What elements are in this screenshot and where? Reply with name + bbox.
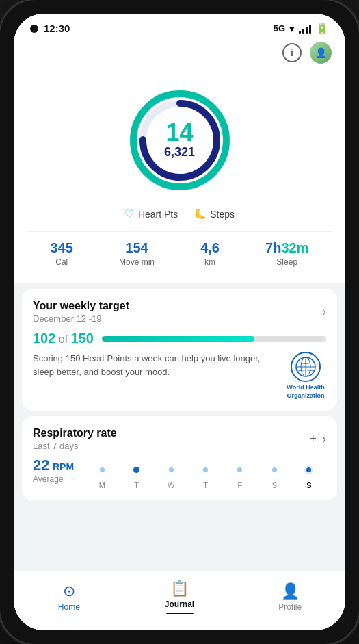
home-label: Home: [58, 602, 80, 612]
dot-chart-container: M T W T F S S: [85, 461, 326, 489]
move-label: Move min: [119, 257, 155, 267]
day-t1: T: [119, 481, 153, 489]
heart-pts-value: 14: [164, 120, 195, 145]
status-right: 5G ▾ 🔋: [274, 22, 329, 35]
card-title: Your weekly target: [33, 300, 129, 312]
bottom-nav: ⊙ Home 📋 Journal 👤 Profile: [14, 571, 345, 630]
resp-avg-label: Average: [33, 474, 74, 484]
journal-label: Journal: [165, 600, 194, 609]
dot-col-m: [85, 467, 119, 472]
who-label: World Health Organization: [285, 384, 326, 400]
day-s2: S: [292, 481, 326, 489]
resp-value-row: 22 RPM: [33, 456, 74, 474]
resp-actions: + ›: [309, 432, 326, 446]
resp-body: 22 RPM Average: [33, 451, 326, 489]
add-icon[interactable]: +: [309, 432, 317, 446]
battery-icon: 🔋: [315, 22, 329, 35]
card-header: Your weekly target December 12 -19 ›: [33, 300, 326, 324]
dot-m: [100, 467, 105, 472]
calories-value: 345: [51, 240, 73, 256]
dot-col-s2: [292, 467, 326, 472]
phone-screen: 12:30 5G ▾ 🔋 i: [14, 14, 345, 630]
sleep-hours: 7h: [265, 240, 281, 255]
nav-profile[interactable]: 👤 Profile: [235, 580, 345, 615]
target-description: Scoring 150 Heart Points a week can help…: [33, 352, 277, 378]
journal-icon: 📋: [170, 580, 189, 597]
who-svg: [295, 356, 317, 378]
resp-title-block: Respiratory rate Last 7 days: [33, 427, 117, 451]
day-s1: S: [257, 481, 291, 489]
phone-shell: 12:30 5G ▾ 🔋 i: [0, 0, 359, 644]
wifi-icon: ▾: [289, 23, 295, 35]
calories-stat: 345 Cal: [51, 240, 73, 267]
avatar[interactable]: 👤: [310, 42, 332, 64]
sleep-stat: 7h32m Sleep: [265, 240, 308, 267]
card-title-block: Your weekly target December 12 -19: [33, 300, 129, 324]
sleep-minutes: 32m: [281, 240, 308, 255]
day-t2: T: [188, 481, 222, 489]
weekly-target-card[interactable]: Your weekly target December 12 -19 › 102…: [22, 289, 337, 411]
dot-t2: [203, 467, 208, 472]
target-description-row: Scoring 150 Heart Points a week can help…: [33, 352, 326, 400]
day-m: M: [85, 481, 119, 489]
ring-legend: ♡ Heart Pts 🦶 Steps: [124, 207, 235, 220]
stats-row: 345 Cal 154 Move min 4,6 km 7h32m: [27, 231, 332, 270]
dot-s2: [306, 467, 311, 472]
resp-title: Respiratory rate: [33, 427, 117, 439]
ring-center: 14 6,321: [164, 120, 195, 160]
chevron-right-icon[interactable]: ›: [322, 432, 326, 446]
progress-bar-bg: [102, 336, 326, 342]
dot-col-w: [154, 467, 188, 472]
calories-label: Cal: [55, 257, 68, 267]
dot-col-s1: [257, 467, 291, 472]
who-logo: World Health Organization: [285, 352, 326, 400]
day-f: F: [223, 481, 257, 489]
dot-f: [237, 467, 242, 472]
status-bar: 12:30 5G ▾ 🔋: [14, 14, 345, 39]
scroll-content: 14 6,321 ♡ Heart Pts 🦶 Steps: [14, 72, 345, 571]
status-time: 12:30: [44, 23, 70, 34]
respiratory-card[interactable]: Respiratory rate Last 7 days + › 22 RPM: [22, 416, 337, 500]
dot-col-t2: [188, 467, 222, 472]
nav-journal[interactable]: 📋 Journal: [124, 577, 235, 617]
km-value: 4,6: [200, 240, 220, 256]
ring-section: 14 6,321 ♡ Heart Pts 🦶 Steps: [14, 72, 345, 283]
profile-label: Profile: [278, 602, 302, 612]
day-w: W: [154, 481, 188, 489]
resp-header: Respiratory rate Last 7 days + ›: [33, 427, 326, 451]
dot-s1: [272, 467, 277, 472]
move-value: 154: [125, 240, 148, 256]
move-stat: 154 Move min: [119, 240, 155, 267]
signal-icon: [299, 24, 311, 34]
progress-bar-fill: [102, 336, 254, 342]
target-progress-row: 102 of 150: [33, 331, 326, 346]
nav-home[interactable]: ⊙ Home: [14, 580, 124, 615]
camera-dot: [30, 25, 38, 33]
who-emblem: [291, 352, 321, 382]
target-current: 102 of 150: [33, 331, 94, 346]
resp-subtitle: Last 7 days: [33, 441, 117, 451]
km-stat: 4,6 km: [200, 240, 220, 267]
chart-days: M T W T F S S: [85, 481, 326, 489]
resp-unit: RPM: [53, 461, 74, 472]
dot-col-f: [223, 467, 257, 472]
heart-icon: ♡: [124, 207, 134, 220]
km-label: km: [204, 257, 215, 267]
nav-active-indicator: [166, 613, 194, 614]
chevron-right-icon: ›: [322, 305, 326, 319]
card-date-range: December 12 -19: [33, 313, 129, 324]
activity-ring: 14 6,321: [125, 86, 235, 195]
info-button[interactable]: i: [282, 43, 302, 62]
app-header: i 👤: [14, 39, 345, 72]
dot-w: [169, 467, 174, 472]
heart-pts-label: Heart Pts: [138, 209, 178, 220]
steps-label: Steps: [210, 209, 235, 220]
heart-pts-legend: ♡ Heart Pts: [124, 207, 178, 220]
steps-legend: 🦶 Steps: [194, 207, 235, 220]
dot-chart: [85, 461, 326, 478]
network-label: 5G: [274, 23, 285, 34]
home-icon: ⊙: [63, 582, 75, 600]
sleep-label: Sleep: [276, 257, 297, 267]
resp-avg: 22 RPM Average: [33, 456, 74, 484]
avatar-initials: 👤: [315, 47, 327, 58]
